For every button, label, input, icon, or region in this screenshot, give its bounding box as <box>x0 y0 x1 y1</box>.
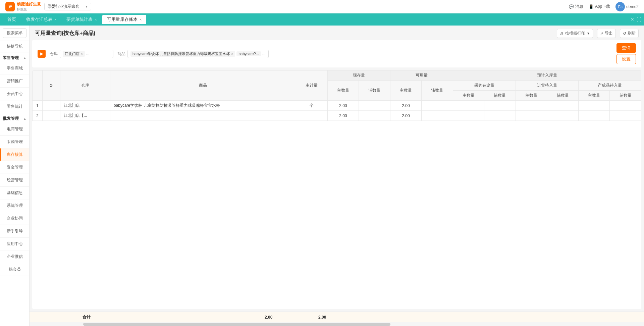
logo-area: 好 畅捷通好生意 标准版 <box>5 1 41 12</box>
tab-home[interactable]: 首页 <box>3 15 21 24</box>
print-dropdown-icon: ▼ <box>587 32 590 35</box>
tab-nav: 首页 收发存汇总表 × 要货单统计表 × 可用量库存账本 × × ⛶ <box>0 13 644 26</box>
sidebar-item-inventory[interactable]: 库存核算 <box>0 148 29 161</box>
row2-inbound-main <box>516 111 547 121</box>
sidebar-item-basic-info[interactable]: 基础信息 <box>0 187 29 199</box>
col-avail-main: 主数量 <box>390 81 422 101</box>
col-production-main: 主数量 <box>578 91 610 101</box>
product-tag1-remove[interactable]: × <box>231 52 233 56</box>
tab-order-stats-label: 要货单统计表 <box>66 16 93 22</box>
sidebar-item-enterprise[interactable]: 企业协同 <box>0 212 29 225</box>
col-purchase-aux: 辅数量 <box>484 91 516 101</box>
sidebar-item-wholesale-mgmt[interactable]: 批发管理 ▲ <box>0 113 29 123</box>
search-menu-btn[interactable]: 搜索菜单 <box>3 28 26 38</box>
logo-icon: 好 <box>5 2 15 11</box>
row2-production-main <box>578 111 610 121</box>
row1-production-main <box>578 101 610 111</box>
retail-stats-label: 零售统计 <box>7 104 23 109</box>
tab-order-stats[interactable]: 要货单统计表 × <box>62 15 101 24</box>
table-container: ⚙ 仓库 商品 主计量 现存量 可用量 预计入库量 主数量 辅数量 主数量 辅数… <box>32 70 641 309</box>
tab-expand[interactable]: ⛶ <box>637 17 641 22</box>
sidebar-item-operations[interactable]: 经营管理 <box>0 174 29 187</box>
settings-btn[interactable]: 设置 <box>616 54 636 64</box>
tab-summary[interactable]: 收发存汇总表 × <box>21 15 61 24</box>
col-available-header: 可用量 <box>390 71 453 81</box>
sidebar-item-system[interactable]: 系统管理 <box>0 199 29 212</box>
query-btn[interactable]: 查询 <box>616 43 636 53</box>
row2-purchase-main <box>453 111 484 121</box>
logo-sub: 标准版 <box>17 7 41 12</box>
product-input[interactable]: babycare学饮杯 儿童防摔防撞吸管杯重力球吸嘴杯宝宝水杯 × babyca… <box>127 50 269 58</box>
app-download-label: App下载 <box>595 4 610 9</box>
sidebar-item-member2[interactable]: 畅会员 <box>0 263 29 276</box>
page-actions: 🖨 按模板打印 ▼ ↗ 导出 ↺ 刷新 <box>557 29 639 38</box>
refresh-btn[interactable]: ↺ 刷新 <box>620 29 639 38</box>
sidebar-item-retail-mgmt[interactable]: 零售管理 ▲ <box>0 52 29 62</box>
sidebar-item-purchase[interactable]: 采购管理 <box>0 136 29 148</box>
top-header: 好 畅捷通好生意 标准版 母婴行业演示账套 ▼ 💬 消息 📱 App下载 Ea … <box>0 0 644 13</box>
sidebar-item-retail-stats[interactable]: 零售统计 <box>0 100 29 113</box>
retail-mgmt-label: 零售管理 <box>3 55 19 61</box>
row1-gear[interactable] <box>43 101 60 111</box>
content-area: 可用量查询(按仓库+商品) 🖨 按模板打印 ▼ ↗ 导出 ↺ 刷新 <box>30 26 644 326</box>
warehouse-tag-remove[interactable]: × <box>81 52 83 56</box>
horizontal-scrollbar[interactable] <box>30 322 644 326</box>
sidebar-item-member[interactable]: 会员中心 <box>0 88 29 100</box>
row1-inbound-main <box>516 101 547 111</box>
col-index-header <box>33 71 43 101</box>
col-stock-header: 现存量 <box>327 71 390 81</box>
product-tag2: babycare?... <box>236 51 261 56</box>
row1-purchase-aux <box>484 101 516 111</box>
table-footer: 合计 2.00 2.00 <box>30 312 644 322</box>
row1-main-unit: 个 <box>296 101 328 111</box>
filter-area: ▶ 仓库 江北门店 × ... 商品 babyca <box>32 40 641 67</box>
sidebar: 搜索菜单 快捷导航 零售管理 ▲ 零售商城 营销推广 会员中心 零售统计 批发管… <box>0 26 30 326</box>
app-download-action[interactable]: 📱 App下载 <box>589 4 610 9</box>
sidebar-item-ecommerce[interactable]: 电商管理 <box>0 123 29 136</box>
wholesale-mgmt-label: 批发管理 <box>3 116 19 122</box>
product-tag1-value: babycare学饮杯 儿童防摔防撞吸管杯重力球吸嘴杯宝宝水杯 <box>132 51 230 56</box>
sidebar-item-wechat[interactable]: 企业微信 <box>0 250 29 263</box>
product-tag1: babycare学饮杯 儿童防摔防撞吸管杯重力球吸嘴杯宝宝水杯 × <box>130 51 235 57</box>
sidebar-item-finance[interactable]: 资金管理 <box>0 161 29 174</box>
quick-nav-btn[interactable]: 快捷导航 <box>0 41 29 52</box>
sidebar-item-retail-mall[interactable]: 零售商城 <box>0 62 29 75</box>
footer-stock-main: 2.00 <box>255 315 282 320</box>
export-label: 导出 <box>605 31 613 36</box>
warehouse-input[interactable]: 江北门店 × ... <box>60 50 113 58</box>
wholesale-mgmt-arrow: ▲ <box>23 117 26 121</box>
print-btn[interactable]: 🖨 按模板打印 ▼ <box>557 29 593 38</box>
row2-avail-aux <box>422 111 453 121</box>
sidebar-item-app-center[interactable]: 应用中心 <box>0 238 29 250</box>
filter-expand-btn[interactable]: ▶ <box>38 50 46 58</box>
warehouse-more[interactable]: ... <box>86 51 90 56</box>
col-avail-aux: 辅数量 <box>422 81 453 101</box>
industry-selector[interactable]: 母婴行业演示账套 ▼ <box>44 3 91 10</box>
tab-available-stock-close[interactable]: × <box>140 17 142 21</box>
tab-available-stock[interactable]: 可用量库存账本 × <box>102 15 146 24</box>
row1-stock-main: 2.00 <box>327 101 359 111</box>
tab-nav-actions: × ⛶ <box>631 16 641 22</box>
col-inbound-header: 进货待入量 <box>516 81 578 91</box>
col-warehouse-header: 仓库 <box>60 71 110 101</box>
user-action[interactable]: Ea demo2 <box>615 2 639 11</box>
row2-avail-main: 2.00 <box>390 111 422 121</box>
col-gear-header[interactable]: ⚙ <box>43 71 60 101</box>
export-btn[interactable]: ↗ 导出 <box>597 29 616 38</box>
col-purchase-transit-header: 采购在途量 <box>453 81 516 91</box>
row1-production-aux <box>610 101 641 111</box>
product-more[interactable]: ... <box>262 51 266 56</box>
sidebar-item-new-guide[interactable]: 新手引导 <box>0 225 29 238</box>
page-title: 可用量查询(按仓库+商品) <box>35 30 95 37</box>
footer-avail-main: 2.00 <box>309 315 336 320</box>
row1-inbound-aux <box>547 101 579 111</box>
sidebar-item-marketing[interactable]: 营销推广 <box>0 75 29 88</box>
purchase-label: 采购管理 <box>7 139 23 144</box>
tab-close-all[interactable]: × <box>631 16 634 22</box>
message-action[interactable]: 💬 消息 <box>569 4 583 9</box>
product-label: 商品 <box>117 51 125 57</box>
header-left: 好 畅捷通好生意 标准版 母婴行业演示账套 ▼ <box>5 1 91 12</box>
tab-summary-close[interactable]: × <box>54 17 56 21</box>
row2-gear[interactable] <box>43 111 60 121</box>
tab-order-stats-close[interactable]: × <box>95 17 97 21</box>
